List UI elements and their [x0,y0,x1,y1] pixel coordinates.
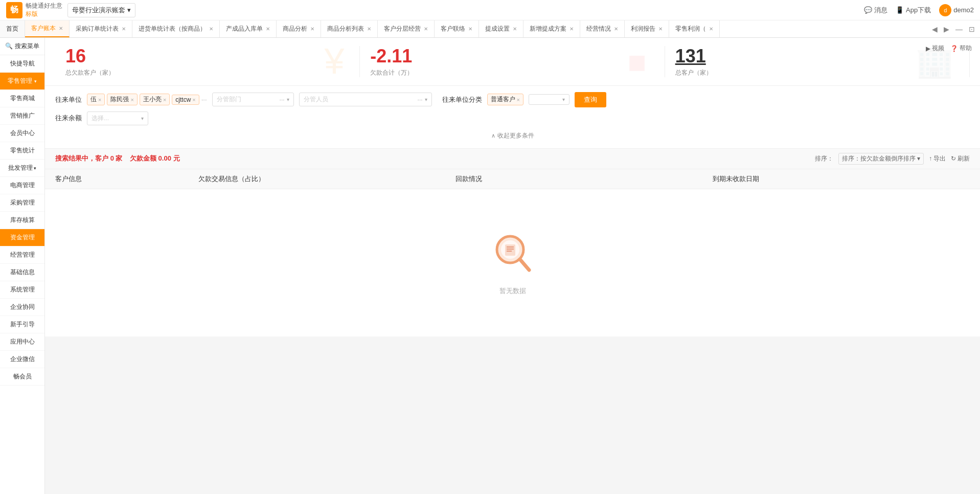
customers-tab-label: 客户账本 [31,24,56,33]
sidebar-item-operations[interactable]: 经营管理 [0,246,44,264]
stat-block-all-customers: 🏢 131 总客户（家） [665,46,970,77]
sidebar-item-retail[interactable]: 零售管理 ▾ [0,73,44,90]
unit-type-tag-group: 普通客户 × [487,94,523,105]
person-filter-select[interactable]: 分管人员 ··· [299,93,432,106]
user-avatar[interactable]: d demo2 [939,4,974,16]
sidebar-item-inventory[interactable]: 库存核算 [0,212,44,229]
tag-chen-close[interactable]: × [130,97,133,103]
sidebar-item-member[interactable]: 会员中心 [0,125,44,142]
filter-more-tags[interactable]: ··· [201,96,207,103]
tab-close-reminder-settings[interactable]: ✕ [513,26,517,32]
sidebar-search[interactable]: 🔍 搜索菜单 [0,38,44,55]
video-button[interactable]: ▶ 视频 [926,44,944,53]
tab-close-business-status[interactable]: ✕ [614,26,618,32]
tab-close-product-analysis[interactable]: ✕ [310,26,314,32]
table-col-2: 欠款交易信息（占比） [198,174,455,184]
tab-close-profit-report[interactable]: ✕ [658,26,663,32]
help-button[interactable]: ❓ 帮助 [950,44,972,53]
tag-cjttcw-close[interactable]: × [192,97,195,103]
logo-area: 畅 畅捷通好生意 标版 [6,2,62,18]
tab-prev-arrow[interactable]: ◀ [930,24,940,34]
query-button[interactable]: 查询 [575,92,606,107]
tab-close-customers[interactable]: ✕ [59,26,63,31]
sort-select[interactable]: 排序：按欠款金额倒序排序 [838,153,924,165]
sidebar-item-ecommerce[interactable]: 电商管理 [0,177,44,194]
person-filter-dots[interactable]: ··· [418,96,423,103]
sidebar-item-new-guide[interactable]: 新手引导 [0,316,44,333]
chevron-down-icon: ▾ [34,79,37,84]
sidebar-item-finance[interactable]: 资金管理 [0,229,44,246]
tab-close-customer-tier[interactable]: ✕ [424,26,428,32]
reminder-settings-tab-label: 提成设置 [485,25,510,33]
filter-row-2: 往来余额 选择... [55,111,970,125]
unit-tag-group: 伍 × 陈民强 × 王小亮 × cjttcw × ··· [87,94,207,105]
tab-business-status[interactable]: 经营情况 ✕ [580,20,625,37]
sidebar-item-system[interactable]: 系统管理 [0,281,44,299]
tab-close-retail-profit[interactable]: ✕ [709,26,713,32]
refresh-button[interactable]: ↻ 刷新 [951,154,970,163]
tab-customers[interactable]: 客户账本 ✕ [25,20,70,37]
tab-home[interactable]: 首页 [0,20,25,37]
content-area: ¥ 16 总欠款客户（家） ◆ -2.11 欠款合计（万） 🏢 131 总客户（… [45,38,980,494]
tab-close-cost-inbound[interactable]: ✕ [266,26,270,32]
account-selector[interactable]: 母婴行业演示账套 [67,3,135,17]
app-download-button[interactable]: 📱 App下载 [896,6,931,15]
sidebar-item-enterprise-coop[interactable]: 企业协同 [0,299,44,316]
sidebar-item-purchase[interactable]: 采购管理 [0,194,44,212]
tab-next-arrow[interactable]: ▶ [942,24,951,34]
tab-close-new-achievement[interactable]: ✕ [569,26,574,32]
tab-minimize-icon[interactable]: — [953,24,965,34]
tab-customer-contact[interactable]: 客户联络 ✕ [435,20,479,37]
avatar-icon: d [939,4,951,16]
sidebar-item-enterprise-wechat[interactable]: 企业微信 [0,351,44,368]
sidebar-item-vip-member[interactable]: 畅会员 [0,368,44,386]
tab-close-product-analysis-list[interactable]: ✕ [367,26,371,32]
stat-block-customers: ¥ 16 总欠款客户（家） [55,46,360,77]
logo-text: 畅捷通好生意 标版 [26,2,62,18]
message-button[interactable]: 💬 消息 [864,6,887,15]
person-chevron-icon [425,97,427,102]
sidebar-item-retail-mall[interactable]: 零售商城 [0,90,44,107]
chevron-right-icon: ▾ [34,166,36,171]
all-customers-value: 131 [675,46,706,66]
sidebar-item-retail-stats[interactable]: 零售统计 [0,142,44,160]
balance-filter-select[interactable]: 选择... [87,111,148,125]
search-icon: 🔍 [5,42,13,50]
tab-customer-tier[interactable]: 客户分层经营 ✕ [378,20,435,37]
refresh-icon: ↻ [951,155,956,162]
tab-product-analysis-list[interactable]: 商品分析列表 ✕ [321,20,378,37]
sidebar-item-marketing[interactable]: 营销推广 [0,107,44,125]
unit-type-select[interactable] [529,94,569,105]
filter-row-1: 往来单位 伍 × 陈民强 × 王小亮 × cjttcw [55,92,970,107]
tag-wu-close[interactable]: × [98,97,101,103]
tab-purchase-orders[interactable]: 采购订单统计表 ✕ [70,20,132,37]
collapse-button[interactable]: ∧ 收起更多条件 [55,129,970,142]
tab-cost-inbound[interactable]: 产成品入库单 ✕ [220,20,277,37]
tab-inbound-stats[interactable]: 进货单统计表（按商品） ✕ [132,20,220,37]
sidebar-item-wholesale[interactable]: 批发管理 ▾ [0,160,44,177]
tag-wu-label: 伍 [90,95,97,104]
tab-maximize-icon[interactable]: ⊡ [967,24,977,34]
balance-chevron-icon [141,116,144,121]
product-analysis-tab-label: 商品分析 [283,25,307,33]
tab-reminder-settings[interactable]: 提成设置 ✕ [479,20,523,37]
filter-tag-normal-customer: 普通客户 × [487,94,523,105]
tab-product-analysis[interactable]: 商品分析 ✕ [277,20,321,37]
tab-retail-profit[interactable]: 零售利润（ ✕ [669,20,720,37]
normal-customer-close[interactable]: × [517,97,520,103]
tag-cjttcw-label: cjttcw [175,96,191,103]
tab-profit-report[interactable]: 利润报告 ✕ [625,20,669,37]
tag-wang-close[interactable]: × [163,97,166,103]
tab-new-achievement[interactable]: 新增提成方案 ✕ [523,20,580,37]
sidebar-item-app-center[interactable]: 应用中心 [0,333,44,351]
tab-close-purchase-orders[interactable]: ✕ [122,26,126,32]
table-col-1: 客户信息 [55,174,198,184]
tab-close-inbound-stats[interactable]: ✕ [209,26,213,32]
dept-filter-select[interactable]: 分管部门 ··· [212,93,294,106]
message-icon: 💬 [864,6,872,14]
tab-close-customer-contact[interactable]: ✕ [468,26,472,32]
dept-filter-dots[interactable]: ··· [280,96,285,103]
sidebar-quick-nav[interactable]: 快捷导航 [0,55,44,73]
export-button[interactable]: ↑ 导出 [929,154,946,163]
sidebar-item-basic-info[interactable]: 基础信息 [0,264,44,281]
